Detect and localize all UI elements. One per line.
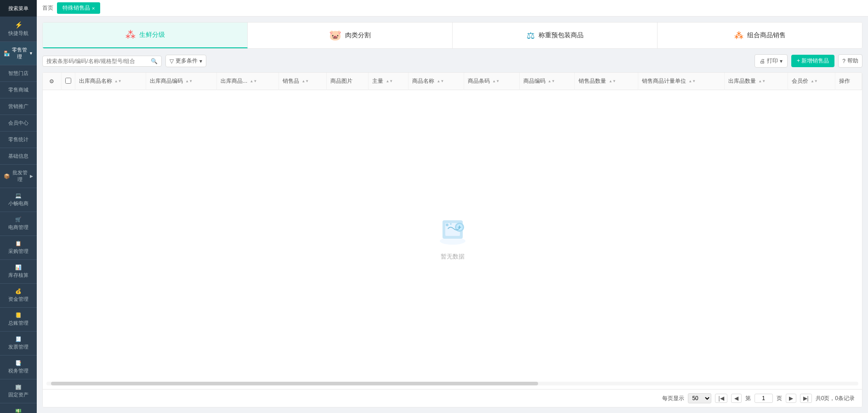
search-box[interactable]: 🔍 (42, 56, 162, 67)
th-settings[interactable]: ⚙ (43, 73, 61, 90)
ledger-icon: 📒 (15, 312, 22, 318)
sidebar: 搜索菜单 ⚡ 快捷导航 🏪 零售管理 ▼ 智慧门店 零售商城 营销推广 会员中心… (0, 0, 37, 413)
search-input[interactable] (46, 58, 151, 64)
sidebar-item-fixed-assets[interactable]: 🏢 固定资产 (0, 379, 37, 403)
shortcut-icon: ⚡ (15, 21, 23, 29)
next-page-button[interactable]: ▶ (786, 394, 796, 403)
sort-icon[interactable]: ▲▼ (492, 80, 499, 83)
sidebar-item-tax[interactable]: 📑 税务管理 (0, 356, 37, 379)
sidebar-item-marketing[interactable]: 营销推广 (0, 98, 37, 115)
sort-icon[interactable]: ▲▼ (250, 80, 257, 83)
inventory-icon: 📊 (15, 264, 22, 270)
sidebar-item-shortcut[interactable]: ⚡ 快捷导航 (0, 17, 37, 42)
chevron-down-icon-print: ▾ (780, 58, 783, 64)
sort-icon[interactable]: ▲▼ (609, 80, 616, 83)
sidebar-item-ecommerce-mgmt[interactable]: 🛒 电商管理 (0, 212, 37, 236)
sidebar-item-base-info-1[interactable]: 基础信息 (0, 148, 37, 165)
sidebar-item-label: 总账管理 (8, 320, 28, 327)
per-page-label: 每页显示 (662, 395, 684, 402)
th-checkbox[interactable] (61, 73, 75, 90)
tab-weigh-package[interactable]: ⚖ 称重预包装商品 (453, 23, 658, 48)
last-page-button[interactable]: ▶| (800, 394, 812, 403)
sidebar-item-ledger[interactable]: 📒 总账管理 (0, 308, 37, 332)
tab-fresh-grade[interactable]: ⁂ 生鲜分级 (43, 23, 248, 48)
svg-point-6 (450, 223, 452, 225)
sidebar-item-label: 发票管理 (8, 344, 28, 350)
cart-icon: 🛒 (15, 217, 22, 223)
sort-icon[interactable]: ▲▼ (758, 80, 766, 83)
sidebar-item-salary[interactable]: 💵 工资 (0, 403, 37, 413)
wholesale-icon: 📦 (4, 173, 10, 179)
sort-icon[interactable]: ▲▼ (386, 80, 393, 83)
search-icon[interactable]: 🔍 (151, 58, 158, 64)
sidebar-item-invoice[interactable]: 🧾 发票管理 (0, 332, 37, 356)
sort-icon[interactable]: ▲▼ (301, 80, 309, 83)
sidebar-item-ecommerce-small[interactable]: 💻 小畅电商 (0, 188, 37, 212)
prev-page-button[interactable]: ◀ (731, 394, 742, 403)
th-product-code: 商品编码 ▲▼ (519, 73, 575, 90)
invoice-icon: 🧾 (15, 336, 22, 342)
print-label: 打印 (767, 57, 778, 65)
sidebar-item-retail[interactable]: 🏪 零售管理 ▼ (0, 42, 37, 65)
table-wrap: ⚙ 出库商品名称 ▲▼ 出库商品编码 ▲▼ (42, 72, 862, 407)
add-product-button[interactable]: + 新增销售品 (791, 55, 834, 67)
select-all-checkbox[interactable] (65, 78, 71, 84)
add-label: + 新增销售品 (797, 57, 829, 65)
sidebar-item-label: 基础信息 (8, 153, 28, 160)
sort-icon[interactable]: ▲▼ (185, 80, 193, 83)
chevron-down-icon: ▼ (29, 51, 33, 56)
sidebar-item-label: 电商管理 (8, 224, 28, 231)
help-label: 帮助 (847, 57, 858, 65)
column-settings-icon[interactable]: ⚙ (49, 78, 54, 85)
sidebar-item-finance[interactable]: 💰 资金管理 (0, 284, 37, 308)
sidebar-item-label: 零售商城 (8, 86, 28, 93)
th-sale-qty: 销售品数量 ▲▼ (575, 73, 638, 90)
sidebar-item-label: 库存核算 (8, 272, 28, 279)
svg-point-5 (446, 224, 448, 226)
tab-combo[interactable]: ⁂ 组合商品销售 (658, 23, 862, 48)
pagination: 每页显示 50 10 20 100 |◀ ◀ 第 页 ▶ ▶| 共0页，0条记录 (43, 389, 862, 407)
active-tab[interactable]: 特殊销售品 × (57, 2, 100, 14)
sidebar-item-wholesale[interactable]: 📦 批发管理 ▶ (0, 165, 37, 188)
page-number-input[interactable] (755, 394, 773, 403)
home-link[interactable]: 首页 (42, 4, 53, 12)
th-product-barcode: 商品条码 ▲▼ (464, 73, 519, 90)
sidebar-item-inventory[interactable]: 📊 库存核算 (0, 260, 37, 284)
page-label-prefix: 第 (745, 395, 751, 402)
chevron-right-icon: ▶ (30, 174, 33, 178)
filter-left: 🔍 ▽ 更多条件 ▾ (42, 55, 206, 67)
sidebar-item-purchase[interactable]: 📋 采购管理 (0, 236, 37, 260)
sidebar-item-retail-stats[interactable]: 零售统计 (0, 132, 37, 148)
sidebar-item-smart-store[interactable]: 智慧门店 (0, 65, 37, 82)
product-table: ⚙ 出库商品名称 ▲▼ 出库商品编码 ▲▼ (43, 73, 862, 90)
sidebar-item-label: 税务管理 (8, 367, 28, 374)
sort-icon[interactable]: ▲▼ (688, 80, 696, 83)
th-actions: 操作 (835, 73, 862, 90)
help-button[interactable]: ? 帮助 (838, 54, 862, 68)
sort-icon[interactable]: ▲▼ (548, 80, 555, 83)
product-type-tabs: ⁂ 生鲜分级 🐷 肉类分割 ⚖ 称重预包装商品 ⁂ 组合商品销售 (42, 22, 862, 49)
sidebar-item-retail-mall[interactable]: 零售商城 (0, 82, 37, 98)
sidebar-item-label: 营销推广 (8, 103, 28, 110)
per-page-select[interactable]: 50 10 20 100 (688, 393, 711, 403)
sidebar-item-member[interactable]: 会员中心 (0, 115, 37, 132)
tab-meat-cut[interactable]: 🐷 肉类分割 (248, 23, 453, 48)
tab-close-button[interactable]: × (92, 6, 95, 11)
empty-illustration (434, 211, 471, 248)
chevron-down-icon: ▾ (199, 58, 202, 64)
tab-label: 组合商品销售 (747, 31, 786, 40)
meat-icon: 🐷 (329, 29, 341, 41)
sort-icon[interactable]: ▲▼ (437, 80, 444, 83)
fresh-grade-icon: ⁂ (125, 29, 136, 41)
sidebar-item-label: 快捷导航 (8, 30, 28, 37)
filter-right: 🖨 打印 ▾ + 新增销售品 ? 帮助 (755, 54, 862, 68)
sort-icon[interactable]: ▲▼ (114, 80, 122, 83)
sort-icon[interactable]: ▲▼ (811, 80, 818, 83)
sidebar-item-label: 会员中心 (8, 120, 28, 126)
sidebar-logo[interactable]: 搜索菜单 (0, 0, 37, 17)
first-page-button[interactable]: |◀ (715, 394, 727, 403)
sidebar-item-label: 零售管理 (10, 46, 29, 60)
print-button[interactable]: 🖨 打印 ▾ (755, 54, 788, 68)
more-conditions-button[interactable]: ▽ 更多条件 ▾ (165, 55, 206, 67)
th-member-price: 会员价 ▲▼ (788, 73, 835, 90)
